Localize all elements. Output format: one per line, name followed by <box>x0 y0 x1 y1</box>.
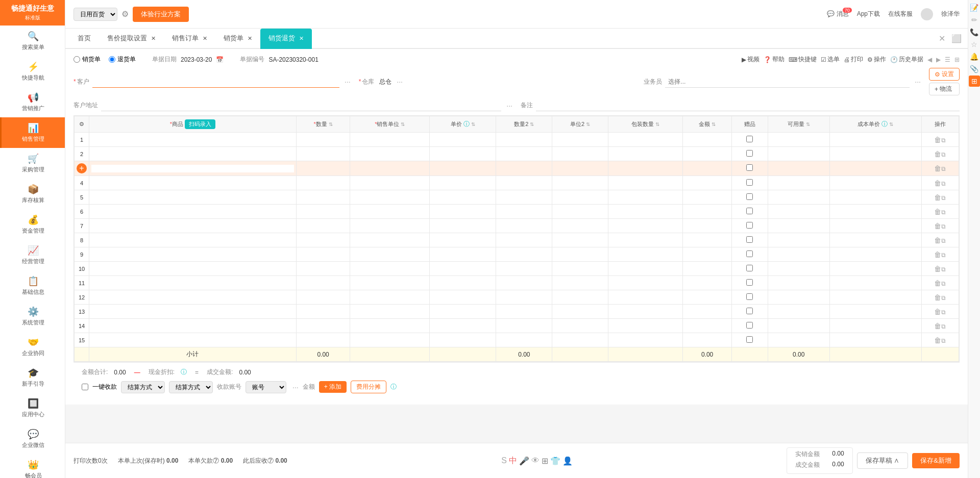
unit2-cell[interactable] <box>552 290 608 305</box>
sidebar-item-apps[interactable]: 🔲 应用中心 <box>0 393 65 423</box>
product-input[interactable] <box>91 165 294 172</box>
cost-price-cell[interactable] <box>829 276 921 290</box>
qty2-cell[interactable] <box>496 205 552 219</box>
packqty-cell[interactable] <box>608 133 683 147</box>
amount-cell[interactable] <box>683 147 732 161</box>
amount-cell[interactable] <box>683 290 732 305</box>
cost-price-cell[interactable] <box>829 247 921 262</box>
product-cell[interactable] <box>89 319 297 333</box>
product-cell[interactable] <box>89 262 297 276</box>
fee-info-icon[interactable]: ⓘ <box>390 383 397 391</box>
qty2-cell[interactable] <box>496 305 552 319</box>
qty2-cell[interactable] <box>496 276 552 290</box>
copy-row-btn[interactable]: ⧉ <box>941 223 946 230</box>
gift-checkbox[interactable] <box>746 164 753 171</box>
gift-checkbox[interactable] <box>746 250 753 257</box>
right-icon-clip[interactable]: 📎 <box>969 63 980 74</box>
gift-checkbox[interactable] <box>746 150 753 157</box>
radio-sale-bill[interactable]: 销货单 <box>74 55 101 64</box>
copy-row-btn[interactable]: ⧉ <box>941 280 946 287</box>
address-input[interactable] <box>101 99 501 111</box>
unit2-cell[interactable] <box>552 333 608 347</box>
available-cell[interactable] <box>768 205 829 219</box>
save-draft-btn[interactable]: 保存草稿 ∧ <box>857 452 909 469</box>
packqty-cell[interactable] <box>608 147 683 161</box>
product-cell[interactable] <box>89 133 297 147</box>
gift-checkbox[interactable] <box>746 179 753 186</box>
unit2-cell[interactable] <box>552 276 608 290</box>
sidebar-item-search[interactable]: 🔍 搜索菜单 <box>0 26 65 56</box>
gift-checkbox[interactable] <box>746 265 753 271</box>
tab-sales-bill-close-icon[interactable]: ✕ <box>248 35 252 42</box>
tab-sales-order[interactable]: 销售订单 ✕ <box>164 29 215 49</box>
tabs-more-icon[interactable]: ⬜ <box>949 32 964 45</box>
unit2-cell[interactable] <box>552 133 608 147</box>
qty-cell[interactable] <box>296 333 350 347</box>
product-cell[interactable] <box>89 305 297 319</box>
delete-row-btn[interactable]: 🗑 <box>934 322 941 330</box>
qty2-cell[interactable] <box>496 262 552 276</box>
sidebar-item-purchase[interactable]: 🛒 采购管理 <box>0 148 65 179</box>
unit2-cell[interactable] <box>552 233 608 247</box>
sidebar-item-collab[interactable]: 🤝 企业协同 <box>0 332 65 362</box>
qty-cell[interactable] <box>296 305 350 319</box>
delete-row-btn[interactable]: 🗑 <box>934 293 941 301</box>
qty2-cell[interactable] <box>496 319 552 333</box>
qty-cell[interactable] <box>296 276 350 290</box>
account-more-icon[interactable]: ··· <box>292 383 299 391</box>
tabs-close-all-icon[interactable]: ✕ <box>937 32 947 45</box>
copy-row-btn[interactable]: ⧉ <box>941 323 946 330</box>
qty-cell[interactable] <box>296 233 350 247</box>
available-cell[interactable] <box>768 147 829 161</box>
calc-method-select[interactable]: 结算方式 <box>169 381 213 393</box>
price-cell[interactable] <box>430 133 496 147</box>
view-list-icon[interactable]: ☰ <box>945 56 950 63</box>
product-cell[interactable] <box>89 333 297 347</box>
cost-price-cell[interactable] <box>829 190 921 205</box>
gift-checkbox[interactable] <box>746 293 753 300</box>
qty2-cell[interactable] <box>496 147 552 161</box>
radio-sale-input[interactable] <box>74 56 80 63</box>
packqty-cell[interactable] <box>608 161 683 176</box>
amount-cell[interactable] <box>683 219 732 233</box>
price-cell[interactable] <box>430 262 496 276</box>
logistics-btn[interactable]: + 物流 <box>929 83 960 95</box>
packqty-cell[interactable] <box>608 205 683 219</box>
qty-cell[interactable] <box>296 219 350 233</box>
available-cell[interactable] <box>768 319 829 333</box>
tab-sales-order-close-icon[interactable]: ✕ <box>203 35 207 42</box>
video-btn[interactable]: ▶ 视频 <box>742 55 760 64</box>
copy-row-btn[interactable]: ⧉ <box>941 209 946 216</box>
product-cell[interactable] <box>89 219 297 233</box>
warehouse-more-icon[interactable]: ··· <box>397 78 403 86</box>
unit-cell[interactable] <box>350 161 430 176</box>
available-cell[interactable] <box>768 262 829 276</box>
user-name[interactable]: 徐泽华 <box>941 10 960 18</box>
packqty-cell[interactable] <box>608 305 683 319</box>
available-cell[interactable] <box>768 133 829 147</box>
qty2-cell[interactable] <box>496 190 552 205</box>
amount-cell[interactable] <box>683 262 732 276</box>
copy-row-btn[interactable]: ⧉ <box>941 294 946 301</box>
sidebar-item-member[interactable]: 👑 畅会员 <box>0 454 65 478</box>
delete-row-btn[interactable]: 🗑 <box>934 250 941 259</box>
tab-sales-bill[interactable]: 销货单 ✕ <box>215 29 260 49</box>
cost-price-cell[interactable] <box>829 219 921 233</box>
packqty-cell[interactable] <box>608 290 683 305</box>
unit-cell[interactable] <box>350 133 430 147</box>
cost-price-cell[interactable] <box>829 305 921 319</box>
available-cell[interactable] <box>768 290 829 305</box>
cost-price-cell[interactable] <box>829 262 921 276</box>
module-select[interactable]: 日用百货 <box>74 8 117 21</box>
delete-row-btn[interactable]: 🗑 <box>934 164 941 172</box>
available-cell[interactable] <box>768 219 829 233</box>
price-cell[interactable] <box>430 319 496 333</box>
cost-price-cell[interactable] <box>829 319 921 333</box>
view-grid-icon[interactable]: ⊞ <box>954 56 960 63</box>
gift-checkbox[interactable] <box>746 208 753 214</box>
qty-cell[interactable] <box>296 319 350 333</box>
tab-sales-return-close-icon[interactable]: ✕ <box>299 35 304 42</box>
unit-cell[interactable] <box>350 276 430 290</box>
qty2-cell[interactable] <box>496 219 552 233</box>
customer-input[interactable] <box>92 76 339 88</box>
